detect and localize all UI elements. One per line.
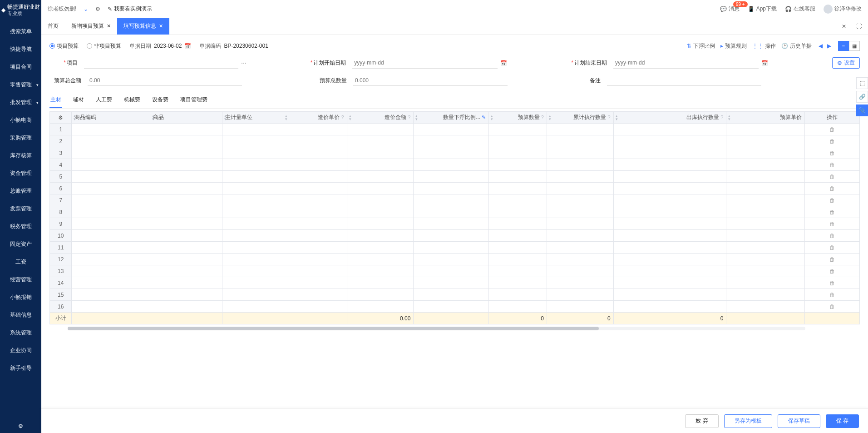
table-row[interactable]: 9🗑 (50, 218, 860, 230)
sidebar-item-7[interactable]: 库存核算 (0, 147, 41, 164)
cell[interactable] (283, 135, 347, 147)
cell[interactable] (347, 147, 414, 159)
cell[interactable] (414, 277, 489, 289)
cell[interactable] (414, 206, 489, 218)
sidebar-item-15[interactable]: 小畅报销 (0, 289, 41, 306)
calendar-icon[interactable]: 📅 (761, 60, 768, 66)
cell[interactable] (72, 171, 150, 183)
cell[interactable] (414, 301, 489, 313)
save-template-button[interactable]: 另存为模板 (724, 414, 772, 428)
cell[interactable] (283, 206, 347, 218)
delete-icon[interactable]: 🗑 (829, 292, 835, 298)
cell[interactable] (150, 147, 222, 159)
close-icon[interactable]: ✕ (159, 23, 163, 29)
message-button[interactable]: 💬 消息 99 + (720, 5, 740, 13)
cell[interactable] (414, 183, 489, 194)
cell[interactable] (613, 242, 726, 254)
cell[interactable] (222, 147, 283, 159)
delete-icon[interactable]: 🗑 (829, 221, 835, 227)
cell[interactable] (150, 289, 222, 301)
table-row[interactable]: 3🗑 (50, 147, 860, 159)
cell[interactable] (613, 135, 726, 147)
cell[interactable] (726, 206, 804, 218)
cell[interactable] (283, 289, 347, 301)
table-row[interactable]: 16🗑 (50, 301, 860, 313)
sidebar-item-3[interactable]: 零售管理▾ (0, 76, 41, 94)
sub-tab-0[interactable]: 主材 (49, 92, 62, 108)
cell[interactable] (347, 135, 414, 147)
cell[interactable] (547, 124, 613, 135)
cell[interactable] (726, 159, 804, 171)
cell[interactable] (283, 124, 347, 135)
cell[interactable] (222, 183, 283, 194)
cell[interactable] (726, 230, 804, 242)
cell[interactable] (547, 218, 613, 230)
cell[interactable] (72, 242, 150, 254)
cell[interactable] (613, 254, 726, 265)
cell[interactable] (414, 124, 489, 135)
sidebar-item-12[interactable]: 固定资产 (0, 235, 41, 253)
view-list-icon[interactable]: ≡ (838, 41, 849, 51)
table-row[interactable]: 11🗑 (50, 242, 860, 254)
cell[interactable] (222, 218, 283, 230)
cell[interactable] (222, 301, 283, 313)
calendar-icon[interactable]: 📅 (184, 43, 191, 49)
cell[interactable] (726, 194, 804, 206)
remark-input[interactable] (607, 75, 761, 86)
cell[interactable] (414, 135, 489, 147)
cell[interactable] (613, 218, 726, 230)
page-tab-1[interactable]: 新增项目预算✕ (65, 18, 117, 35)
cell[interactable] (613, 171, 726, 183)
cell[interactable] (726, 254, 804, 265)
cell[interactable] (150, 135, 222, 147)
radio-non-project-budget[interactable]: 非项目预算 (87, 42, 121, 50)
cell[interactable] (347, 301, 414, 313)
cell[interactable] (489, 171, 547, 183)
cell[interactable] (72, 124, 150, 135)
cell[interactable] (489, 206, 547, 218)
sidebar-item-13[interactable]: 工资 (0, 253, 41, 271)
cell[interactable] (613, 277, 726, 289)
cell[interactable] (222, 124, 283, 135)
cell[interactable] (547, 265, 613, 277)
cell[interactable] (489, 124, 547, 135)
cell[interactable] (222, 194, 283, 206)
cell[interactable] (72, 159, 150, 171)
cell[interactable] (283, 171, 347, 183)
cell[interactable] (726, 135, 804, 147)
cell[interactable] (150, 277, 222, 289)
close-all-tabs-icon[interactable]: ✕ (838, 21, 850, 31)
cell[interactable] (547, 159, 613, 171)
table-row[interactable]: 1🗑 (50, 124, 860, 135)
cell[interactable] (222, 230, 283, 242)
delete-icon[interactable]: 🗑 (829, 150, 835, 156)
cell[interactable] (726, 242, 804, 254)
delete-icon[interactable]: 🗑 (829, 244, 835, 251)
sidebar-item-19[interactable]: 新手引导 (0, 359, 41, 377)
cell[interactable] (150, 124, 222, 135)
table-row[interactable]: 5🗑 (50, 171, 860, 183)
budget-rule-action[interactable]: ▸预算规则 (720, 42, 747, 50)
sidebar-item-17[interactable]: 系统管理 (0, 324, 41, 342)
cell[interactable] (150, 218, 222, 230)
form-settings-button[interactable]: ⚙ 设置 (832, 57, 860, 69)
history-action[interactable]: 🕑历史单据 (781, 42, 812, 50)
rail-select-icon[interactable]: ⬚ (856, 77, 868, 89)
sidebar-item-6[interactable]: 采购管理 (0, 129, 41, 147)
cell[interactable] (150, 171, 222, 183)
cell[interactable] (283, 242, 347, 254)
table-row[interactable]: 14🗑 (50, 277, 860, 289)
cell[interactable] (414, 289, 489, 301)
abandon-button[interactable]: 放 弃 (685, 414, 718, 428)
cell[interactable] (150, 242, 222, 254)
cell[interactable] (489, 183, 547, 194)
col-outqty[interactable]: ▴▾出库执行数量? (613, 112, 726, 124)
cell[interactable] (613, 289, 726, 301)
cell[interactable] (547, 206, 613, 218)
cell[interactable] (613, 301, 726, 313)
cell[interactable] (547, 171, 613, 183)
next-doc-icon[interactable]: ▶ (826, 43, 833, 49)
sub-tab-1[interactable]: 辅材 (72, 92, 85, 108)
sidebar-item-16[interactable]: 基础信息 (0, 306, 41, 324)
cell[interactable] (72, 254, 150, 265)
